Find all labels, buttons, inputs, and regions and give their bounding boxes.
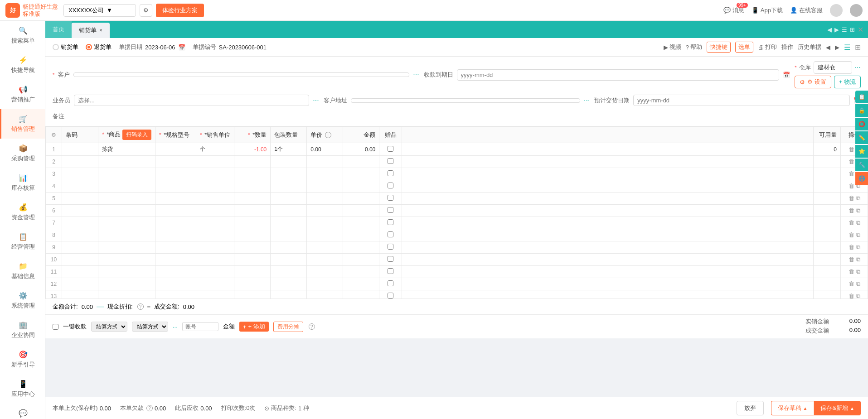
- delete-icon[interactable]: 🗑: [849, 280, 854, 288]
- row-notes[interactable]: [402, 241, 814, 254]
- sidebar-item-marketing[interactable]: 📢 营销推广: [0, 80, 45, 109]
- row-price[interactable]: [307, 168, 343, 180]
- row-price[interactable]: [307, 278, 343, 290]
- row-spec[interactable]: [155, 266, 196, 278]
- row-notes[interactable]: [402, 266, 814, 278]
- delete-icon[interactable]: 🗑: [849, 231, 854, 239]
- row-product[interactable]: [98, 266, 155, 278]
- company-selector[interactable]: XXXXXX公司 ▼: [63, 4, 136, 17]
- row-notes[interactable]: [402, 180, 814, 193]
- warehouse-dots[interactable]: ···: [855, 63, 861, 72]
- sidebar-item-finance[interactable]: 💰 资金管理: [0, 197, 45, 227]
- salesperson-input[interactable]: [74, 95, 309, 106]
- row-amount[interactable]: [343, 229, 379, 241]
- grid-view-icon[interactable]: ⊞: [855, 43, 861, 52]
- float-btn-3[interactable]: ⭕: [855, 118, 868, 130]
- row-amount[interactable]: 0.00: [343, 143, 379, 156]
- row-gift[interactable]: [379, 278, 402, 290]
- copy-icon[interactable]: ⧉: [856, 195, 860, 202]
- salesperson-dots[interactable]: ···: [313, 96, 319, 105]
- row-amount[interactable]: [343, 156, 379, 168]
- copy-icon[interactable]: ⧉: [856, 256, 860, 263]
- debt-info-icon[interactable]: ?: [146, 405, 153, 411]
- customer-addr-input[interactable]: [351, 98, 580, 103]
- history-action[interactable]: 历史单据: [798, 43, 821, 51]
- nav-next-icon[interactable]: ▶: [835, 44, 839, 51]
- operate-action[interactable]: 操作: [781, 43, 793, 51]
- row-barcode[interactable]: [62, 217, 98, 229]
- row-gift[interactable]: [379, 217, 402, 229]
- row-pkgqty[interactable]: 1个: [271, 143, 307, 156]
- row-qty[interactable]: [234, 278, 271, 290]
- row-notes[interactable]: [402, 193, 814, 205]
- copy-icon[interactable]: ⧉: [856, 244, 860, 251]
- delete-icon[interactable]: 🗑: [849, 207, 854, 214]
- row-price[interactable]: [307, 241, 343, 254]
- row-gift[interactable]: [379, 143, 402, 156]
- row-pkgqty[interactable]: [271, 156, 307, 168]
- tab-home[interactable]: 首页: [45, 21, 72, 38]
- row-qty[interactable]: [234, 156, 271, 168]
- row-qty[interactable]: [234, 193, 271, 205]
- row-unit[interactable]: [196, 193, 234, 205]
- row-pkgqty[interactable]: [271, 278, 307, 290]
- row-price[interactable]: [307, 266, 343, 278]
- row-notes[interactable]: [402, 156, 814, 168]
- row-price[interactable]: [307, 229, 343, 241]
- row-spec[interactable]: [155, 143, 196, 156]
- row-pkgqty[interactable]: [271, 217, 307, 229]
- select-action[interactable]: 选单: [735, 42, 753, 53]
- setting-button[interactable]: ⚙ ⚙ 设置: [795, 76, 831, 88]
- row-spec[interactable]: [155, 254, 196, 266]
- delete-icon[interactable]: 🗑: [849, 195, 854, 202]
- float-btn-6[interactable]: 🔧: [855, 159, 868, 171]
- row-amount[interactable]: [343, 254, 379, 266]
- sidebar-item-system[interactable]: ⚙️ 系统管理: [0, 286, 45, 315]
- row-spec[interactable]: [155, 156, 196, 168]
- save-new-button[interactable]: 保存&新增 ▲: [814, 401, 861, 415]
- row-gift[interactable]: [379, 254, 402, 266]
- row-spec[interactable]: [155, 278, 196, 290]
- row-gift[interactable]: [379, 168, 402, 180]
- price-info-icon[interactable]: i: [325, 132, 331, 138]
- row-amount[interactable]: [343, 290, 379, 299]
- row-qty[interactable]: [234, 205, 271, 217]
- row-gift[interactable]: [379, 266, 402, 278]
- delete-icon[interactable]: 🗑: [849, 219, 854, 226]
- row-barcode[interactable]: [62, 193, 98, 205]
- row-price[interactable]: [307, 217, 343, 229]
- sidebar-item-wechat[interactable]: 💬 企业微信: [0, 404, 45, 419]
- row-notes[interactable]: [402, 143, 814, 156]
- row-amount[interactable]: [343, 241, 379, 254]
- expense-info-icon[interactable]: ?: [309, 323, 315, 330]
- copy-icon[interactable]: ⧉: [856, 280, 860, 288]
- row-barcode[interactable]: [62, 180, 98, 193]
- discard-button[interactable]: 放弃: [737, 401, 764, 415]
- row-gift[interactable]: [379, 205, 402, 217]
- warehouse-input[interactable]: 建材仓: [814, 61, 852, 74]
- row-pkgqty[interactable]: [271, 241, 307, 254]
- calendar-icon[interactable]: 📅: [178, 44, 185, 51]
- content-close-button[interactable]: ✕: [858, 25, 863, 34]
- row-notes[interactable]: [402, 254, 814, 266]
- tab-nav-prev[interactable]: ◀: [827, 26, 832, 33]
- view-list-icon[interactable]: ☰: [842, 26, 847, 33]
- app-download-button[interactable]: 📱 App下载: [752, 6, 783, 14]
- row-product[interactable]: [98, 290, 155, 299]
- row-product[interactable]: [98, 168, 155, 180]
- method-select2[interactable]: 结算方式: [132, 322, 168, 332]
- row-barcode[interactable]: [62, 241, 98, 254]
- delete-icon[interactable]: 🗑: [849, 146, 854, 153]
- payment-date-input[interactable]: [457, 69, 780, 81]
- tab-sale-order[interactable]: 销货单 ×: [72, 23, 110, 38]
- row-spec[interactable]: [155, 193, 196, 205]
- row-product[interactable]: [98, 205, 155, 217]
- trial-button[interactable]: 体验行业方案: [156, 4, 204, 17]
- account-dots[interactable]: ···: [173, 323, 178, 330]
- row-product[interactable]: [98, 180, 155, 193]
- row-notes[interactable]: [402, 229, 814, 241]
- help-action[interactable]: ? 帮助: [686, 43, 702, 51]
- row-qty[interactable]: [234, 168, 271, 180]
- list-view-icon[interactable]: ☰: [844, 43, 850, 52]
- sidebar-item-basic[interactable]: 📁 基础信息: [0, 256, 45, 286]
